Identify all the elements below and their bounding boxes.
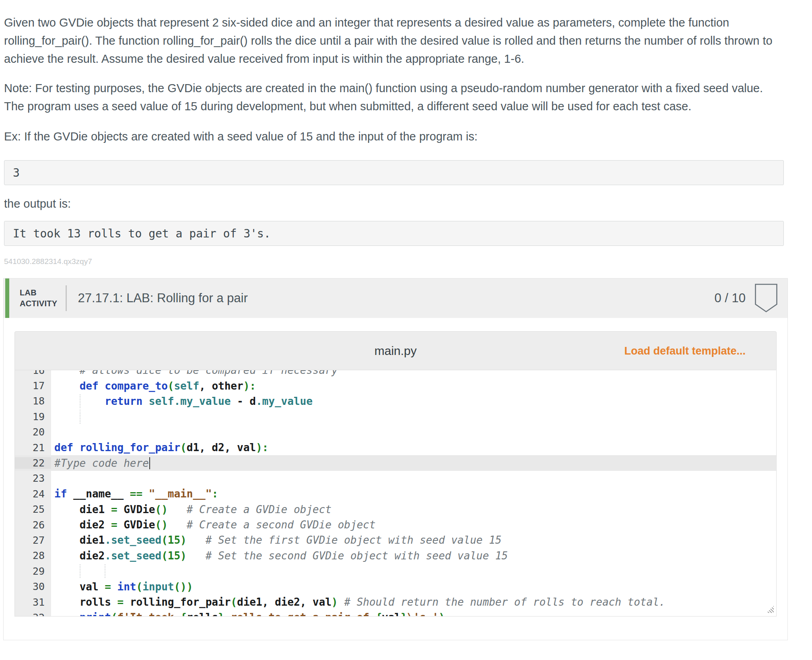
code-token: return <box>105 395 142 407</box>
code-line[interactable]: 30 val = int(input()) <box>15 579 776 594</box>
code-line-content: die1.set_seed(15) # Set the first GVDie … <box>51 532 776 548</box>
code-token: 15 <box>168 550 180 562</box>
code-token: { <box>180 611 187 617</box>
code-line[interactable]: 32 print(f'It took {rolls} rolls to get … <box>15 610 776 617</box>
problem-paragraph-2: Note: For testing purposes, the GVDie ob… <box>4 79 777 116</box>
code-token <box>111 581 117 593</box>
code-line[interactable]: 25 die1 = GVDie() # Create a GVDie objec… <box>15 502 776 517</box>
score-shield-icon <box>754 283 778 313</box>
code-token: rolls <box>80 596 111 608</box>
code-token <box>67 488 73 500</box>
code-line[interactable]: 28 die2.set_seed(15) # Set the second GV… <box>15 548 776 563</box>
code-line[interactable]: 29 <box>15 563 776 579</box>
line-number: 19 <box>15 411 51 423</box>
code-token: ) <box>180 550 187 562</box>
code-token: : <box>212 488 218 500</box>
line-number: 23 <box>15 472 51 484</box>
indent-guide <box>80 410 80 423</box>
editor-body[interactable]: 16 # allows dice to be compared if neces… <box>14 370 777 617</box>
code-line[interactable]: 18 return self.my_value - d.my_value <box>15 394 776 409</box>
code-token: f'It took <box>117 611 181 617</box>
code-token: die1 <box>237 596 262 608</box>
code-line[interactable]: 27 die1.set_seed(15) # Set the first GVD… <box>15 532 776 548</box>
line-number: 21 <box>15 442 51 454</box>
code-token: ( <box>111 611 117 617</box>
lab-activity-badge: LAB ACTIVITY <box>20 287 58 309</box>
code-token: # Create a second GVDie object <box>187 519 376 531</box>
code-token: ( <box>231 596 237 608</box>
code-token <box>168 503 187 516</box>
code-token: rolling_for_pair <box>80 441 180 454</box>
code-line[interactable]: 20 <box>15 425 776 440</box>
code-token: , <box>262 596 275 608</box>
code-token: ): <box>243 380 256 392</box>
code-token: #Type code here <box>54 457 149 469</box>
code-token <box>168 519 187 531</box>
code-line[interactable]: 23 <box>15 471 776 486</box>
line-number: 24 <box>15 488 51 500</box>
indent-guide <box>80 394 80 408</box>
code-token <box>231 395 237 407</box>
code-token: = <box>105 581 111 593</box>
code-token: if <box>54 488 67 500</box>
code-line-content <box>51 563 776 579</box>
code-token <box>243 395 250 407</box>
code-token <box>54 581 80 593</box>
code-line-content <box>51 425 776 440</box>
code-line-content <box>51 471 776 486</box>
code-token <box>54 550 80 562</box>
code-line-content: print(f'It took {rolls} rolls to get a p… <box>51 610 776 617</box>
code-line[interactable]: 16 # allows dice to be compared if neces… <box>15 370 776 378</box>
code-token: 15 <box>168 534 180 546</box>
code-token <box>187 534 206 546</box>
code-line-content: die2 = GVDie() # Create a second GVDie o… <box>51 517 776 532</box>
text-cursor <box>149 457 150 469</box>
lab-activity-header: LAB ACTIVITY 27.17.1: LAB: Rolling for a… <box>4 278 787 318</box>
code-line[interactable]: 21def rolling_for_pair(d1, d2, val): <box>15 440 776 455</box>
example-output-box: It took 13 rolls to get a pair of 3's. <box>4 221 784 246</box>
code-line[interactable]: 31 rolls = rolling_for_pair(die1, die2, … <box>15 594 776 610</box>
code-token: die2 <box>80 550 105 562</box>
code-line[interactable]: 17 def compare_to(self, other): <box>15 378 776 393</box>
editor-header: main.py Load default template... <box>14 331 777 370</box>
code-token <box>187 550 206 562</box>
code-token <box>124 488 130 500</box>
code-token <box>124 596 130 608</box>
code-token: rolls <box>187 611 218 617</box>
line-number: 16 <box>15 370 51 376</box>
code-token <box>99 581 105 593</box>
code-token: ) <box>439 611 445 617</box>
code-line[interactable]: 24if __name__ == "__main__": <box>15 486 776 501</box>
example-input-value: 3 <box>13 166 20 179</box>
code-line[interactable]: 19 <box>15 409 776 424</box>
code-editor: main.py Load default template... 16 # al… <box>14 331 777 617</box>
code-token: = <box>111 503 117 516</box>
code-token: .my_value <box>174 395 231 407</box>
code-token: GVDie <box>124 519 155 531</box>
code-token: # Create a GVDie object <box>187 503 332 516</box>
line-number: 27 <box>15 534 51 546</box>
code-line[interactable]: 26 die2 = GVDie() # Create a second GVDi… <box>15 517 776 532</box>
lab-title: 27.17.1: LAB: Rolling for a pair <box>78 291 248 305</box>
code-token: } <box>401 611 407 617</box>
line-number: 28 <box>15 550 51 561</box>
code-line[interactable]: 22#Type code here <box>15 455 776 470</box>
code-token: # Set the first GVDie object with seed v… <box>206 534 502 546</box>
code-token <box>142 395 149 407</box>
line-number: 22 <box>15 457 51 469</box>
code-token: def <box>80 380 99 392</box>
code-token: val <box>382 611 401 617</box>
code-token: rolls to get a pair of <box>225 611 376 617</box>
code-line-content: # allows dice to be compared if necessar… <box>51 370 776 378</box>
example-output-value: It took 13 rolls to get a pair of 3's. <box>13 227 271 240</box>
code-token: rolling_for_pair <box>130 596 231 608</box>
line-number: 25 <box>15 503 51 515</box>
code-token: , <box>300 596 313 608</box>
load-default-template-link[interactable]: Load default template... <box>624 344 746 357</box>
code-token <box>54 534 80 546</box>
code-token: input <box>142 581 174 593</box>
code-line-content <box>51 409 776 424</box>
code-token: die1 <box>80 503 105 516</box>
code-token: die2 <box>275 596 300 608</box>
code-token: self <box>174 380 199 392</box>
